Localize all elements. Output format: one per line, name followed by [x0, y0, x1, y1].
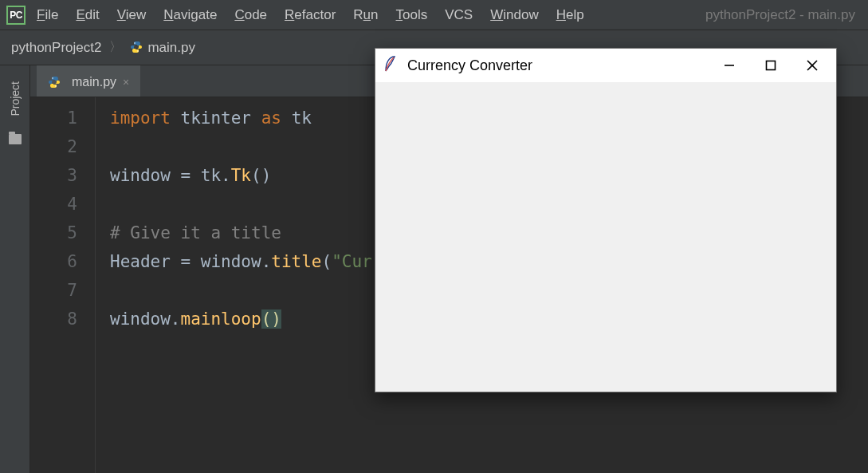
menu-vcs[interactable]: VCS	[445, 7, 473, 23]
tool-window-bar: Project	[0, 65, 30, 473]
menu-window[interactable]: Window	[490, 7, 538, 23]
menu-help[interactable]: Help	[556, 7, 584, 23]
line-number: 1	[30, 104, 77, 132]
tab-main-py[interactable]: main.py ×	[37, 65, 140, 97]
line-number: 8	[30, 305, 77, 333]
tk-titlebar[interactable]: Currency Converter	[375, 49, 836, 82]
tk-window-body	[375, 82, 836, 392]
minimize-button[interactable]	[709, 49, 750, 82]
line-number: 6	[30, 247, 77, 276]
menu-run[interactable]: Run	[353, 7, 378, 23]
svg-point-1	[138, 50, 139, 52]
close-button[interactable]	[791, 49, 833, 82]
line-number: 2	[30, 132, 77, 161]
menu-edit[interactable]: Edit	[76, 7, 99, 23]
python-file-icon	[130, 41, 143, 53]
menu-refactor[interactable]: Refactor	[285, 7, 336, 23]
menu-navigate[interactable]: Navigate	[163, 7, 217, 23]
breadcrumb-file[interactable]: main.py	[130, 40, 195, 56]
python-file-icon	[48, 76, 61, 89]
line-number: 5	[30, 219, 77, 247]
menu-view[interactable]: View	[117, 7, 147, 23]
close-icon[interactable]: ×	[123, 76, 129, 89]
menu-file[interactable]: File	[37, 7, 58, 23]
svg-point-3	[55, 85, 57, 87]
chevron-right-icon: 〉	[109, 39, 122, 56]
tab-label: main.py	[72, 75, 116, 89]
menubar: PC File Edit View Navigate Code Refactor…	[0, 0, 868, 30]
pycharm-logo-icon: PC	[6, 6, 26, 25]
tk-feather-icon	[383, 55, 398, 76]
svg-rect-5	[767, 61, 776, 70]
window-title: pythonProject2 - main.py	[705, 7, 855, 23]
line-number: 4	[30, 190, 77, 219]
tool-window-project[interactable]: Project	[9, 81, 22, 116]
folder-icon[interactable]	[9, 134, 22, 144]
line-gutter: 1 2 3 4 5 6 7 8	[30, 97, 96, 473]
svg-point-2	[52, 77, 53, 79]
menu-code[interactable]: Code	[234, 7, 267, 23]
line-number: 3	[30, 161, 77, 190]
breadcrumb-project[interactable]: pythonProject2	[11, 40, 101, 56]
menu-tools[interactable]: Tools	[396, 7, 428, 23]
tk-app-window[interactable]: Currency Converter	[375, 48, 837, 392]
tk-window-title: Currency Converter	[407, 57, 709, 74]
svg-point-0	[135, 42, 136, 44]
line-number: 7	[30, 276, 77, 305]
maximize-button[interactable]	[750, 49, 791, 82]
code-content[interactable]: import tkinter as tk window = tk.Tk() # …	[96, 97, 387, 473]
menu-items: File Edit View Navigate Code Refactor Ru…	[37, 7, 705, 23]
